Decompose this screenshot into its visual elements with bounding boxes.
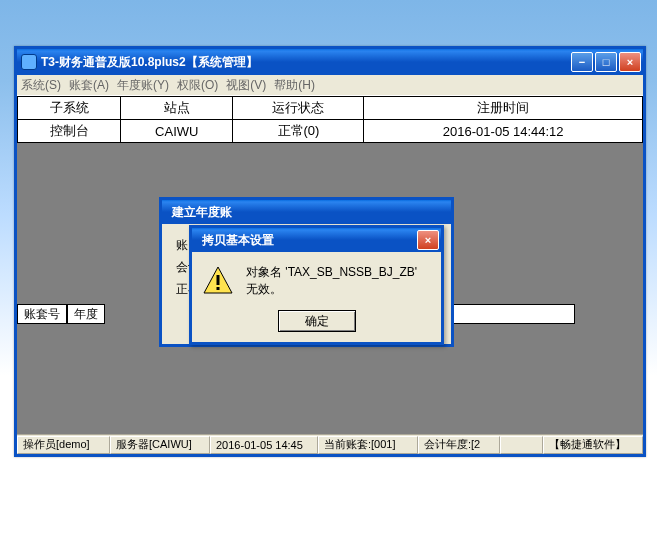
dialog-error-title: 拷贝基本设置 xyxy=(196,232,415,249)
menu-system[interactable]: 系统(S) xyxy=(21,77,61,94)
dialog-error-message: 对象名 'TAX_SB_NSSB_BJ_ZB' 无效。 xyxy=(246,264,431,298)
menu-year[interactable]: 年度账(Y) xyxy=(117,77,169,94)
close-button[interactable]: × xyxy=(619,52,641,72)
dialog-error-close-button[interactable]: × xyxy=(417,230,439,250)
dialog-create-year-title: 建立年度账 xyxy=(166,204,451,221)
table-row[interactable]: 控制台 CAIWU 正常(0) 2016-01-05 14:44:12 xyxy=(18,120,643,143)
status-server: 服务器[CAIWU] xyxy=(110,436,210,454)
cell-regtime: 2016-01-05 14:44:12 xyxy=(364,120,643,143)
status-fiscal: 会计年度:[2 xyxy=(418,436,500,454)
svg-rect-2 xyxy=(217,287,220,290)
menu-help[interactable]: 帮助(H) xyxy=(274,77,315,94)
status-vendor: 【畅捷通软件】 xyxy=(543,436,643,454)
table-header-row: 子系统 站点 运行状态 注册时间 xyxy=(18,97,643,120)
menu-account[interactable]: 账套(A) xyxy=(69,77,109,94)
svg-rect-1 xyxy=(217,275,220,285)
filter-account-label: 账套号 xyxy=(17,304,67,324)
status-spacer xyxy=(500,436,543,454)
statusbar: 操作员[demo] 服务器[CAIWU] 2016-01-05 14:45 当前… xyxy=(17,434,643,454)
col-runstate: 运行状态 xyxy=(233,97,364,120)
filter-year-label: 年度 xyxy=(67,304,105,324)
warning-icon xyxy=(202,265,234,297)
menubar: 系统(S) 账套(A) 年度账(Y) 权限(O) 视图(V) 帮助(H) xyxy=(17,75,643,96)
dialog-error: 拷贝基本设置 × 对象名 'TAX_SB_NSSB_BJ_ZB' 无效。 确定 xyxy=(189,225,444,345)
cell-subsystem: 控制台 xyxy=(18,120,121,143)
ok-button[interactable]: 确定 xyxy=(278,310,356,332)
status-operator: 操作员[demo] xyxy=(17,436,110,454)
cell-station: CAIWU xyxy=(121,120,233,143)
main-titlebar[interactable]: T3-财务通普及版10.8plus2【系统管理】 − □ × xyxy=(17,49,643,75)
dialog-error-titlebar[interactable]: 拷贝基本设置 × xyxy=(192,228,441,252)
status-account: 当前账套:[001] xyxy=(318,436,418,454)
window-title: T3-财务通普及版10.8plus2【系统管理】 xyxy=(41,54,569,71)
col-subsystem: 子系统 xyxy=(18,97,121,120)
col-station: 站点 xyxy=(121,97,233,120)
status-datetime: 2016-01-05 14:45 xyxy=(210,436,318,454)
dialog-error-body: 对象名 'TAX_SB_NSSB_BJ_ZB' 无效。 确定 xyxy=(192,252,441,340)
window-controls: − □ × xyxy=(569,52,641,72)
menu-view[interactable]: 视图(V) xyxy=(226,77,266,94)
maximize-button[interactable]: □ xyxy=(595,52,617,72)
dialog-create-year-titlebar[interactable]: 建立年度账 xyxy=(162,200,451,224)
cell-runstate: 正常(0) xyxy=(233,120,364,143)
col-regtime: 注册时间 xyxy=(364,97,643,120)
menu-perm[interactable]: 权限(O) xyxy=(177,77,218,94)
app-icon xyxy=(21,54,37,70)
minimize-button[interactable]: − xyxy=(571,52,593,72)
status-table: 子系统 站点 运行状态 注册时间 控制台 CAIWU 正常(0) 2016-01… xyxy=(17,96,643,143)
